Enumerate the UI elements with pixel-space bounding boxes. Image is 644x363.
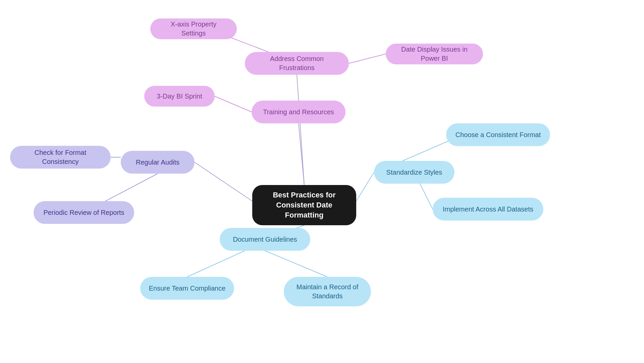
document-node: Document Guidelines — [220, 228, 310, 251]
maintain-record-node: Maintain a Record of Standards — [284, 277, 371, 306]
training-node: Training and Resources — [252, 101, 345, 123]
implement-label: Implement Across All Datasets — [443, 205, 533, 214]
svg-line-12 — [187, 251, 245, 277]
bi-sprint-node: 3-Day BI Sprint — [144, 86, 215, 107]
document-label: Document Guidelines — [233, 235, 297, 244]
choose-format-node: Choose a Consistent Format — [446, 123, 550, 146]
svg-line-13 — [265, 251, 327, 277]
bi-sprint-label: 3-Day BI Sprint — [157, 92, 202, 101]
x-axis-node: X-axis Property Settings — [150, 18, 237, 39]
svg-line-4 — [215, 96, 252, 112]
check-format-label: Check for Format Consistency — [18, 148, 103, 166]
standardize-label: Standardize Styles — [386, 168, 442, 177]
choose-format-label: Choose a Consistent Format — [455, 130, 541, 139]
implement-node: Implement Across All Datasets — [433, 198, 543, 221]
x-axis-label: X-axis Property Settings — [158, 20, 229, 38]
regular-audits-label: Regular Audits — [136, 158, 179, 167]
ensure-compliance-label: Ensure Team Compliance — [149, 284, 226, 293]
ensure-compliance-node: Ensure Team Compliance — [140, 277, 234, 300]
center-node: Best Practices for Consistent Date Forma… — [252, 185, 356, 225]
svg-line-3 — [299, 123, 304, 185]
check-format-node: Check for Format Consistency — [10, 146, 111, 169]
center-label: Best Practices for Consistent Date Forma… — [260, 190, 348, 220]
periodic-review-node: Periodic Review of Reports — [34, 201, 134, 224]
address-frustrations-node: Address Common Frustrations — [245, 52, 349, 75]
standardize-node: Standardize Styles — [374, 161, 454, 184]
address-frustrations-label: Address Common Frustrations — [253, 54, 341, 72]
svg-line-5 — [195, 162, 252, 201]
periodic-review-label: Periodic Review of Reports — [43, 208, 124, 217]
svg-line-0 — [297, 75, 304, 185]
regular-audits-node: Regular Audits — [121, 151, 195, 174]
training-label: Training and Resources — [263, 108, 334, 117]
date-display-node: Date Display Issues in Power BI — [386, 44, 483, 64]
svg-line-8 — [356, 172, 374, 201]
svg-line-2 — [349, 54, 386, 63]
maintain-record-label: Maintain a Record of Standards — [292, 283, 363, 301]
date-display-label: Date Display Issues in Power BI — [394, 45, 475, 63]
